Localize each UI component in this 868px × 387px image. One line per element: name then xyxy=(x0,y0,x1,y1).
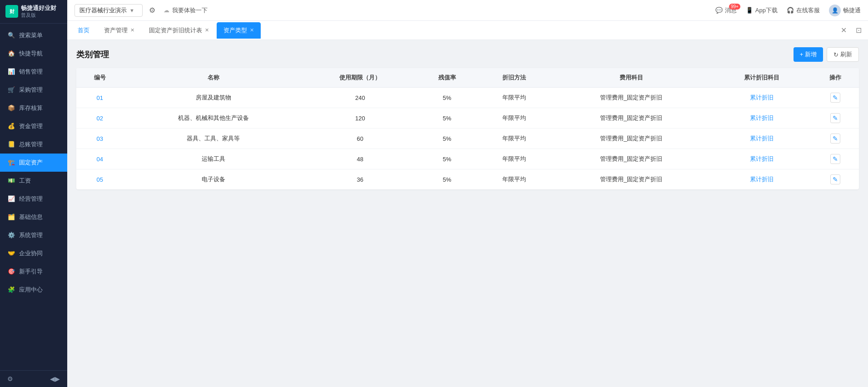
cell-action[interactable]: ✎ xyxy=(812,149,859,169)
app-center-icon: 🧩 xyxy=(7,286,15,294)
enterprise-icon: 🤝 xyxy=(7,249,15,258)
basics-icon: 🗂️ xyxy=(7,213,15,221)
message-button[interactable]: 💬 消息 99+ xyxy=(715,6,737,15)
sidebar-item-fixed-assets[interactable]: 🏗️ 固定资产 xyxy=(0,154,67,172)
sidebar-scroll: 🔍 搜索菜单 🏠 快捷导航 📊 销售管理 🛒 采购管理 📦 库存核算 💰 xyxy=(0,24,67,370)
tab-fixed-asset-stat[interactable]: 固定资产折旧统计表 ✕ xyxy=(142,22,216,39)
sidebar-item-guide[interactable]: 🎯 新手引导 xyxy=(0,263,67,281)
category-table: 编号 名称 使用期限（月） 残值率 折旧方法 费用科目 累计折旧科目 操作 01… xyxy=(76,68,859,189)
sidebar-nav: 🔍 搜索菜单 🏠 快捷导航 📊 销售管理 🛒 采购管理 📦 库存核算 💰 xyxy=(0,24,67,302)
cell-expense-subject: 管理费用_固定资产折旧 xyxy=(551,88,712,108)
col-header-code: 编号 xyxy=(76,68,124,88)
col-header-action: 操作 xyxy=(812,68,859,88)
table-body: 01 房屋及建筑物 240 5% 年限平均 管理费用_固定资产折旧 累计折旧 ✎… xyxy=(76,88,859,190)
table-header: 编号 名称 使用期限（月） 残值率 折旧方法 费用科目 累计折旧科目 操作 xyxy=(76,68,859,88)
avatar: 👤 xyxy=(829,5,841,16)
search-icon: 🔍 xyxy=(7,31,15,40)
col-header-depreciation: 折旧方法 xyxy=(477,68,551,88)
tab-close-asset-type[interactable]: ✕ xyxy=(250,27,254,33)
edit-icon[interactable]: ✎ xyxy=(830,134,840,144)
cell-depreciation-method: 年限平均 xyxy=(477,108,551,129)
inventory-icon: 📦 xyxy=(7,104,15,112)
sidebar-item-ledger[interactable]: 📒 总账管理 xyxy=(0,135,67,154)
cell-code[interactable]: 04 xyxy=(76,149,124,169)
cell-name: 机器、机械和其他生产设备 xyxy=(124,108,303,129)
cell-period: 48 xyxy=(303,149,417,169)
cell-action[interactable]: ✎ xyxy=(812,88,859,108)
tab-asset-mgmt[interactable]: 资产管理 ✕ xyxy=(97,22,141,39)
cell-action[interactable]: ✎ xyxy=(812,129,859,149)
close-window-icon[interactable]: ✕ xyxy=(838,25,849,35)
cell-accumulated-subject: 累计折旧 xyxy=(712,88,812,108)
new-button[interactable]: + 新增 xyxy=(794,47,823,62)
sidebar-item-capital[interactable]: 💰 资金管理 xyxy=(0,117,67,135)
tabs-actions: ✕ ⊡ xyxy=(838,25,864,35)
sidebar-item-payroll[interactable]: 💵 工资 xyxy=(0,172,67,190)
operations-icon: 📈 xyxy=(7,195,15,203)
data-table: 编号 名称 使用期限（月） 残值率 折旧方法 费用科目 累计折旧科目 操作 01… xyxy=(76,68,859,189)
cell-period: 60 xyxy=(303,129,417,149)
mobile-icon: 📱 xyxy=(746,7,753,14)
edit-icon[interactable]: ✎ xyxy=(830,93,840,103)
edit-icon[interactable]: ✎ xyxy=(830,113,840,123)
sidebar-item-operations[interactable]: 📈 经营管理 xyxy=(0,190,67,208)
service-icon: 🎧 xyxy=(787,7,794,14)
cell-code[interactable]: 01 xyxy=(76,88,124,108)
sidebar-item-search[interactable]: 🔍 搜索菜单 xyxy=(0,26,67,45)
table-row: 03 器具、工具、家具等 60 5% 年限平均 管理费用_固定资产折旧 累计折旧… xyxy=(76,129,859,149)
tab-close-asset-mgmt[interactable]: ✕ xyxy=(130,27,134,33)
cell-expense-subject: 管理费用_固定资产折旧 xyxy=(551,129,712,149)
user-avatar-area[interactable]: 👤 畅捷通 xyxy=(829,5,861,16)
edit-icon[interactable]: ✎ xyxy=(830,174,840,184)
chevron-down-icon: ▼ xyxy=(129,8,134,13)
tab-close-fixed-asset-stat[interactable]: ✕ xyxy=(205,27,209,33)
cell-accumulated-subject: 累计折旧 xyxy=(712,169,812,190)
app-download-button[interactable]: 📱 App下载 xyxy=(746,6,778,15)
sidebar-item-app-center[interactable]: 🧩 应用中心 xyxy=(0,281,67,299)
purchase-icon: 🛒 xyxy=(7,86,15,94)
experience-button[interactable]: ☁ 我要体验一下 xyxy=(164,6,208,15)
sidebar-item-enterprise[interactable]: 🤝 企业协同 xyxy=(0,244,67,263)
sidebar-item-purchase[interactable]: 🛒 采购管理 xyxy=(0,81,67,99)
cell-expense-subject: 管理费用_固定资产折旧 xyxy=(551,169,712,190)
topbar-right: 💬 消息 99+ 📱 App下载 🎧 在线客服 👤 畅捷通 xyxy=(715,5,861,16)
cell-residual-rate: 5% xyxy=(417,169,477,190)
sidebar-item-basics[interactable]: 🗂️ 基础信息 xyxy=(0,208,67,226)
gear-icon[interactable]: ⚙ xyxy=(149,6,155,15)
collapse-icon[interactable]: ◀▶ xyxy=(50,375,60,382)
sidebar-item-system[interactable]: ⚙️ 系统管理 xyxy=(0,226,67,244)
cell-depreciation-method: 年限平均 xyxy=(477,149,551,169)
cell-period: 120 xyxy=(303,108,417,129)
tab-asset-type[interactable]: 资产类型 ✕ xyxy=(217,22,261,39)
online-service-button[interactable]: 🎧 在线客服 xyxy=(787,6,820,15)
message-icon: 💬 xyxy=(715,7,723,14)
col-header-expense: 费用科目 xyxy=(551,68,712,88)
page-title: 类别管理 xyxy=(76,49,109,60)
sidebar-item-quick-nav[interactable]: 🏠 快捷导航 xyxy=(0,45,67,63)
cell-code[interactable]: 02 xyxy=(76,108,124,129)
edit-icon[interactable]: ✎ xyxy=(830,154,840,164)
page-actions: + 新增 ↻ 刷新 xyxy=(794,47,859,62)
sidebar-footer: ⚙ ◀▶ xyxy=(0,370,67,387)
app-logo: 财 畅捷通好业财 普及版 xyxy=(0,0,67,24)
cell-action[interactable]: ✎ xyxy=(812,108,859,129)
cell-depreciation-method: 年限平均 xyxy=(477,88,551,108)
cell-depreciation-method: 年限平均 xyxy=(477,169,551,190)
module-selector[interactable]: 医疗器械行业演示 ▼ xyxy=(74,4,143,17)
cell-code[interactable]: 05 xyxy=(76,169,124,190)
refresh-button[interactable]: ↻ 刷新 xyxy=(827,47,859,62)
module-name: 医疗器械行业演示 xyxy=(79,6,127,15)
sidebar-item-sales[interactable]: 📊 销售管理 xyxy=(0,63,67,81)
tab-home[interactable]: 首页 xyxy=(71,22,96,39)
cell-accumulated-subject: 累计折旧 xyxy=(712,149,812,169)
sidebar-item-inventory[interactable]: 📦 库存核算 xyxy=(0,99,67,117)
cell-action[interactable]: ✎ xyxy=(812,169,859,190)
topbar: 医疗器械行业演示 ▼ ⚙ ☁ 我要体验一下 💬 消息 99+ 📱 App下载 🎧… xyxy=(67,0,868,21)
table-row: 01 房屋及建筑物 240 5% 年限平均 管理费用_固定资产折旧 累计折旧 ✎ xyxy=(76,88,859,108)
cell-code[interactable]: 03 xyxy=(76,129,124,149)
maximize-icon[interactable]: ⊡ xyxy=(853,25,864,35)
settings-icon[interactable]: ⚙ xyxy=(7,375,13,382)
table-row: 02 机器、机械和其他生产设备 120 5% 年限平均 管理费用_固定资产折旧 … xyxy=(76,108,859,129)
cell-name: 房屋及建筑物 xyxy=(124,88,303,108)
fixed-assets-icon: 🏗️ xyxy=(7,159,15,167)
